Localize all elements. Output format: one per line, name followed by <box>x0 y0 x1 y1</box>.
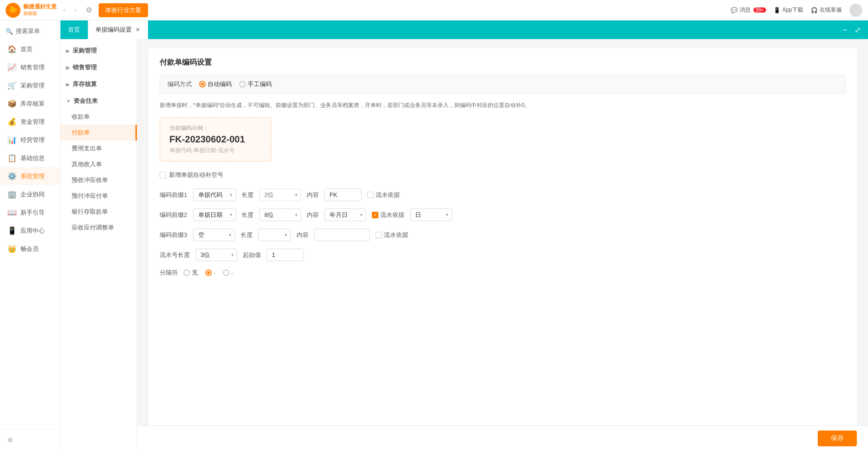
sub-group-inventory-label: 库存核算 <box>73 80 97 88</box>
collapse-arrow-icon: ▶ <box>66 65 70 70</box>
prefix1-select[interactable]: 单据代码 <box>193 188 236 201</box>
tab-close-icon[interactable]: ✕ <box>135 27 140 33</box>
search-menu[interactable]: 🔍 搜索菜单 <box>0 24 60 38</box>
auto-encode-option[interactable]: 自动编码 <box>199 80 232 88</box>
tab-action-minimize[interactable]: – <box>841 24 849 36</box>
operation-icon: 📊 <box>7 135 17 144</box>
prefix2-label: 编码前缀2 <box>160 211 188 219</box>
serial-row: 流水号长度 3位 起始值 <box>160 249 846 261</box>
prefix1-content-label: 内容 <box>307 191 319 199</box>
user-avatar[interactable] <box>849 4 862 17</box>
tab-encode-settings[interactable]: 单据编码设置 ✕ <box>88 20 148 39</box>
sub-item-other-income[interactable]: 其他收入单 <box>61 156 137 172</box>
sidebar-item-system[interactable]: ⚙️ 系统管理 <box>0 167 60 185</box>
auto-fill-checkbox-row[interactable]: 新增单据自动补空号 <box>160 171 846 179</box>
sidebar-item-finance[interactable]: 💰 资金管理 <box>0 113 60 131</box>
app-download-item[interactable]: 📱 App下载 <box>774 6 803 14</box>
prefix1-stream-checkbox[interactable]: 流水依据 <box>367 191 400 199</box>
sidebar-item-home[interactable]: 🏠 首页 <box>0 40 60 58</box>
sub-group-inventory-title[interactable]: ▶ 库存核算 <box>61 76 137 92</box>
sub-item-prepay-receivable[interactable]: 预收冲应收单 <box>61 172 137 188</box>
tab-actions: – ⤢ <box>841 24 868 36</box>
sub-group-sales-title[interactable]: ▶ 销售管理 <box>61 60 137 75</box>
prefix3-content-input[interactable] <box>314 229 370 241</box>
finance-icon: 💰 <box>7 117 17 126</box>
sub-group-finance-title[interactable]: ▼ 资金往来 <box>61 93 137 109</box>
encode-method-row: 编码方式 自动编码 手工编码 <box>160 75 846 94</box>
sidebar-item-operation[interactable]: 📊 经营管理 <box>0 131 60 149</box>
search-icon: 🔍 <box>6 28 13 35</box>
top-bar: 🐤 畅捷通好生意 旗舰版 ‹ › ⚙ 体验行业方案 💬 消息 99+ 📱 App… <box>0 0 868 20</box>
prefix1-stream-checkbox-box[interactable] <box>367 192 374 198</box>
code-preview: 当前编码示例： FK-20230602-001 单据代码-单据日期-流水号 <box>160 117 271 162</box>
prefix3-length-wrapper <box>258 229 291 241</box>
experience-button[interactable]: 体验行业方案 <box>99 3 148 17</box>
app-layout: 🔍 搜索菜单 🏠 首页 📈 销售管理 🛒 采购管理 📦 库存核算 💰 资金管理 … <box>0 20 868 451</box>
tab-encode-label: 单据编码设置 <box>95 26 132 34</box>
sidebar-item-inventory[interactable]: 📦 库存核算 <box>0 94 60 113</box>
prefix3-select[interactable]: 空 <box>193 229 235 241</box>
sub-group-purchase-title[interactable]: ▶ 采购管理 <box>61 43 137 59</box>
sep-none-option[interactable]: 无 <box>183 269 198 277</box>
prefix1-label: 编码前缀1 <box>160 191 188 199</box>
tab-home[interactable]: 首页 <box>61 20 88 39</box>
sidebar-settings-btn[interactable]: ⚙ <box>0 433 60 447</box>
main-area: ▶ 采购管理 ▶ 销售管理 ▶ 库存核算 <box>61 39 868 451</box>
manual-encode-option[interactable]: 手工编码 <box>239 80 272 88</box>
prefix1-content-input <box>324 188 362 201</box>
sidebar-item-basic[interactable]: 📋 基础信息 <box>0 149 60 167</box>
sidebar-item-vip[interactable]: 👑 畅会员 <box>0 240 60 258</box>
prefix3-stream-checkbox[interactable]: 流水依据 <box>376 231 408 239</box>
prefix2-stream-checkbox-box[interactable]: ✓ <box>372 212 378 218</box>
sep-dot-radio[interactable] <box>205 269 212 276</box>
sub-item-payment[interactable]: 付款单 <box>61 125 137 141</box>
auto-encode-radio[interactable] <box>199 81 206 88</box>
save-button[interactable]: 保存 <box>818 431 857 446</box>
page-title: 付款单编码设置 <box>160 58 846 67</box>
sep-dot-option[interactable]: · <box>205 269 215 276</box>
sub-item-adjustment[interactable]: 应收应付调整单 <box>61 220 137 236</box>
prefix2-length-select[interactable]: 8位 <box>259 209 301 221</box>
enterprise-icon: 🏢 <box>7 190 17 199</box>
manual-encode-radio[interactable] <box>239 81 246 88</box>
nav-forward-arrow[interactable]: › <box>72 6 79 14</box>
sub-item-bank[interactable]: 银行存取款单 <box>61 204 137 220</box>
auto-fill-checkbox[interactable] <box>160 172 166 178</box>
sep-dot2-option[interactable]: · <box>223 269 233 276</box>
prefix2-content-select[interactable]: 年月日 <box>324 209 366 221</box>
sub-item-prepay-payable[interactable]: 预付冲应付单 <box>61 188 137 204</box>
prefix3-stream-checkbox-box[interactable] <box>376 232 382 238</box>
tab-action-expand[interactable]: ⤢ <box>853 24 862 36</box>
vip-icon: 👑 <box>7 244 17 253</box>
start-value-input[interactable] <box>267 249 304 261</box>
message-item[interactable]: 💬 消息 99+ <box>731 6 766 14</box>
prefix2-stream-sub-select[interactable]: 日 <box>410 209 452 221</box>
nav-back-arrow[interactable]: ‹ <box>61 6 68 14</box>
service-item[interactable]: 🎧 在线客服 <box>811 6 842 14</box>
inventory-icon: 📦 <box>7 99 17 108</box>
prefix2-stream-label: 流水依据 <box>380 211 404 219</box>
prefix2-stream-checkbox[interactable]: ✓ 流水依据 <box>372 211 404 219</box>
sep-dot-label: · <box>214 269 215 276</box>
sidebar-item-purchase[interactable]: 🛒 采购管理 <box>0 76 60 94</box>
sidebar-item-appstore[interactable]: 📱 应用中心 <box>0 222 60 240</box>
sidebar-item-sales[interactable]: 📈 销售管理 <box>0 58 60 76</box>
home-icon: 🏠 <box>7 45 17 54</box>
sidebar-item-label: 应用中心 <box>20 227 45 235</box>
serial-length-select[interactable]: 3位 <box>195 249 237 261</box>
service-icon: 🎧 <box>811 7 818 13</box>
sidebar-item-enterprise[interactable]: 🏢 企业协同 <box>0 185 60 203</box>
prefix2-select[interactable]: 单据日期 <box>193 209 236 221</box>
separator-options: 无 · · <box>183 269 233 277</box>
prefix3-length-select[interactable] <box>258 229 291 241</box>
sub-item-receipt[interactable]: 收款单 <box>61 109 137 125</box>
system-icon: ⚙️ <box>7 172 17 181</box>
nav-settings-icon[interactable]: ⚙ <box>83 5 95 15</box>
settings-gear-icon: ⚙ <box>7 437 13 444</box>
sub-item-expense[interactable]: 费用支出单 <box>61 141 137 156</box>
sidebar-item-guide[interactable]: 📖 新手引导 <box>0 203 60 222</box>
sep-none-radio[interactable] <box>183 269 190 276</box>
sub-group-finance-label: 资金往来 <box>74 97 98 105</box>
sep-dot2-radio[interactable] <box>223 269 229 276</box>
basic-icon: 📋 <box>7 154 17 162</box>
